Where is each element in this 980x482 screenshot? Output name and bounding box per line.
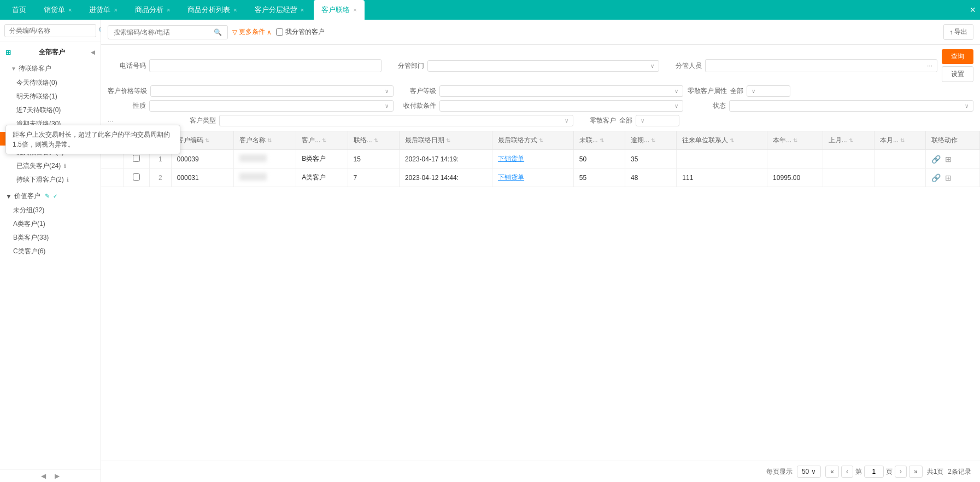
nav-tab-analysis-close[interactable]: × [167, 7, 170, 13]
th-contact-count: 联络... ⇅ [348, 131, 399, 150]
declining-customer-item[interactable]: 持续下滑客户(2) ℹ [0, 173, 101, 187]
row-checkbox[interactable] [133, 155, 140, 162]
th-this-month-sort[interactable]: ⇅ [900, 137, 905, 143]
th-overdue: 逾期... ⇅ [625, 131, 677, 150]
sidebar-scroll-right[interactable]: ▶ [55, 472, 60, 480]
nav-tab-analysis-list-close[interactable]: × [233, 7, 237, 13]
value-customer-label: 价值客户 [14, 191, 40, 201]
tomorrow-pending[interactable]: 明天待联络(1) [0, 90, 101, 103]
week-pending[interactable]: 近7天待联络(0) [0, 103, 101, 117]
ungroup-item[interactable]: 未分组(32) [0, 204, 101, 217]
next-page-button[interactable]: › [895, 466, 907, 478]
nav-tab-customer-contact[interactable]: 客户联络 × [314, 0, 364, 20]
settings-button[interactable]: 设置 [942, 66, 973, 82]
filter-nature-select[interactable]: ∨ [149, 100, 394, 112]
th-name-sort[interactable]: ⇅ [267, 137, 272, 143]
export-button[interactable]: ↑ 导出 [943, 24, 973, 40]
nav-tab-purchase-close[interactable]: × [114, 7, 117, 13]
c-class-item[interactable]: C类客户(6) [0, 245, 101, 258]
filter-manager-select[interactable]: ··· [705, 59, 937, 72]
nav-tab-customer-segment-close[interactable]: × [301, 7, 304, 13]
th-overdue-sort[interactable]: ⇅ [651, 137, 655, 143]
th-last-date-sort[interactable]: ⇅ [446, 137, 450, 143]
query-button[interactable]: 查询 [942, 49, 973, 64]
last-method-link[interactable]: 下销货单 [498, 155, 524, 162]
a-class-item[interactable]: A类客户(1) [0, 217, 101, 231]
filter-customer-level-arrow: ∨ [674, 88, 678, 94]
last-method-link[interactable]: 下销货单 [498, 173, 524, 181]
page-size-select[interactable]: 50 ∨ [797, 466, 821, 478]
th-last-date-label: 最后联络日期 [405, 136, 444, 145]
row-checkbox[interactable] [133, 173, 140, 181]
sidebar-collapse-icon[interactable]: ◀ [91, 49, 95, 55]
nav-tab-sales-close[interactable]: × [68, 7, 72, 13]
value-customer-header[interactable]: ▼ 价值客户 ✎ ✓ [0, 189, 101, 204]
lost-customer-item[interactable]: 已流失客户(24) ℹ [0, 159, 101, 173]
filter-row4-dots[interactable]: ··· [108, 117, 113, 125]
row-last-method: 下销货单 [492, 169, 574, 187]
nav-tab-sales[interactable]: 销货单 × [36, 0, 79, 20]
b-class-item[interactable]: B类客户(33) [0, 231, 101, 245]
filter-phone-input[interactable] [149, 59, 382, 72]
nav-tab-purchase[interactable]: 进货单 × [81, 0, 125, 20]
nav-tab-customer-contact-close[interactable]: × [353, 7, 356, 13]
th-code-sort[interactable]: ⇅ [205, 137, 209, 143]
toolbar-search-icon[interactable]: 🔍 [214, 28, 222, 36]
filter-customer-type-select[interactable]: ∨ [219, 115, 573, 126]
filter-retail-attr-label: 零散客户属性 [688, 86, 727, 96]
th-unit-contact-sort[interactable]: ⇅ [730, 137, 734, 143]
th-unit-contact: 往来单位联系人 ⇅ [677, 131, 767, 150]
value-customer-edit-icon[interactable]: ✎ [45, 193, 50, 200]
my-customer-check[interactable] [276, 28, 283, 36]
row-code: 000039 [171, 150, 233, 169]
th-level-sort[interactable]: ⇅ [322, 137, 326, 143]
filter-retail-customer-select[interactable]: ∨ [636, 115, 679, 126]
th-last-method-sort[interactable]: ⇅ [539, 137, 543, 143]
th-this-year-sort[interactable]: ⇅ [793, 137, 797, 143]
value-customer-arrow: ▼ [5, 193, 12, 200]
filter-status-arrow: ∨ [965, 103, 969, 109]
last-page-button[interactable]: » [909, 466, 923, 478]
row-overdue: 35 [625, 150, 677, 169]
row-last-date: 2023-04-17 14:19: [399, 150, 492, 169]
nav-tab-customer-segment[interactable]: 客户分层经营 × [247, 0, 312, 20]
th-uncontacted-sort[interactable]: ⇅ [600, 137, 604, 143]
first-page-button[interactable]: « [825, 466, 839, 478]
filter-retail-attr-arrow: ∨ [752, 88, 755, 94]
more-conditions-button[interactable]: ▽ 更多条件 ∧ [232, 27, 272, 37]
filter-manager-label: 分管人员 [664, 61, 702, 71]
filter-price-level-select[interactable]: ∨ [150, 85, 394, 97]
action-grid-icon[interactable]: ⊞ [945, 155, 952, 164]
prev-page-button[interactable]: ‹ [841, 466, 853, 478]
header-row: ⚙ 客户编码 ⇅ [101, 131, 980, 150]
search-input[interactable] [114, 28, 212, 36]
page-size-value: 50 [802, 468, 809, 475]
my-customer-checkbox[interactable]: 我分管的客户 [276, 27, 325, 37]
filter-retail-attr-select[interactable]: ∨ [747, 85, 790, 97]
action-link-icon[interactable]: 🔗 [931, 173, 941, 182]
nav-tab-home[interactable]: 首页 [4, 0, 34, 20]
current-page-input[interactable] [864, 466, 884, 478]
filter-dept-select[interactable]: ∨ [427, 60, 660, 72]
filter-customer-level-select[interactable]: ∨ [439, 85, 684, 97]
nav-tab-home-label: 首页 [12, 5, 26, 15]
th-contact-count-sort[interactable]: ⇅ [374, 137, 378, 143]
th-overdue-label: 逾期... [631, 136, 649, 145]
sidebar-all-customers-header: ⊞ 全部客户 ◀ [0, 44, 101, 60]
filter-manager-dots[interactable]: ··· [927, 62, 932, 69]
sidebar-scroll-left[interactable]: ◀ [41, 472, 46, 480]
pending-contact-title[interactable]: ▼ 待联络客户 [0, 61, 101, 76]
action-link-icon[interactable]: 🔗 [931, 155, 941, 164]
filter-price-level: 客户价格等级 ∨ [108, 85, 394, 97]
filter-payment-select[interactable]: ∨ [439, 100, 684, 112]
close-all-button[interactable]: × [970, 4, 976, 16]
nav-tab-analysis[interactable]: 商品分析 × [127, 0, 178, 20]
nav-tab-analysis-list[interactable]: 商品分析列表 × [180, 0, 244, 20]
row-contact-count: 15 [348, 150, 399, 169]
filter-customer-level-label: 客户等级 [398, 86, 436, 96]
action-grid-icon[interactable]: ⊞ [945, 173, 952, 182]
filter-status-select[interactable]: ∨ [729, 100, 973, 112]
today-pending[interactable]: 今天待联络(0) [0, 76, 101, 90]
sidebar-search-input[interactable] [4, 24, 96, 37]
th-last-month-sort[interactable]: ⇅ [849, 137, 853, 143]
